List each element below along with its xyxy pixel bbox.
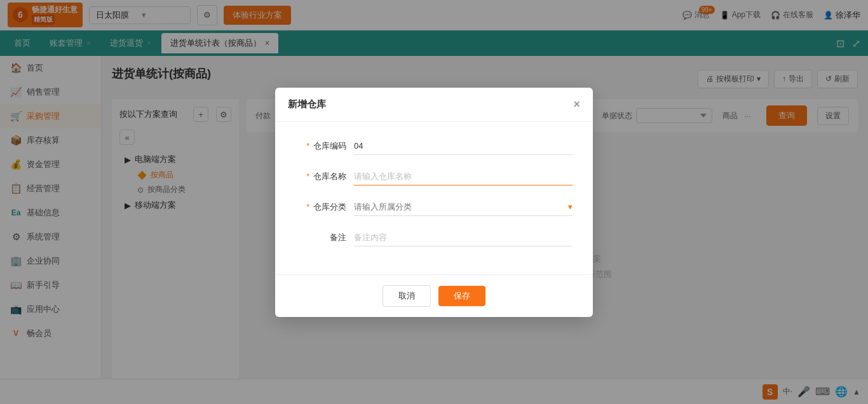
category-form-row: * 仓库分类 ▾ (295, 198, 573, 216)
code-label-text: 仓库编码 (313, 141, 346, 151)
dialog-close-button[interactable]: × (573, 98, 580, 111)
cancel-button[interactable]: 取消 (383, 285, 431, 307)
category-select-row: ▾ (354, 198, 573, 216)
name-label: * 仓库名称 (295, 171, 346, 182)
modal-overlay: 新增仓库 × * 仓库编码 * 仓库名称 (0, 0, 868, 404)
new-warehouse-dialog: 新增仓库 × * 仓库编码 * 仓库名称 (275, 88, 593, 317)
name-required-star: * (306, 172, 309, 181)
dialog-body: * 仓库编码 * 仓库名称 * 仓库分类 (275, 122, 593, 274)
dialog-header: 新增仓库 × (275, 88, 593, 122)
name-form-row: * 仓库名称 (295, 168, 573, 185)
dialog-title: 新增仓库 (288, 98, 326, 111)
note-form-row: 备注 (295, 229, 573, 246)
category-dropdown-arrow[interactable]: ▾ (568, 202, 573, 212)
note-label-text: 备注 (330, 232, 346, 242)
note-label: 备注 (295, 232, 346, 243)
category-input[interactable] (354, 202, 568, 212)
code-label: * 仓库编码 (295, 140, 346, 152)
category-required-star: * (306, 202, 309, 212)
name-input[interactable] (354, 168, 573, 185)
category-label-text: 仓库分类 (313, 202, 346, 212)
code-required-star: * (306, 141, 309, 151)
code-form-row: * 仓库编码 (295, 137, 573, 155)
dialog-footer: 取消 保存 (275, 274, 593, 317)
category-label: * 仓库分类 (295, 201, 346, 213)
note-input[interactable] (354, 229, 573, 246)
name-label-text: 仓库名称 (313, 172, 346, 181)
code-input[interactable] (354, 137, 573, 155)
save-button[interactable]: 保存 (438, 286, 485, 306)
